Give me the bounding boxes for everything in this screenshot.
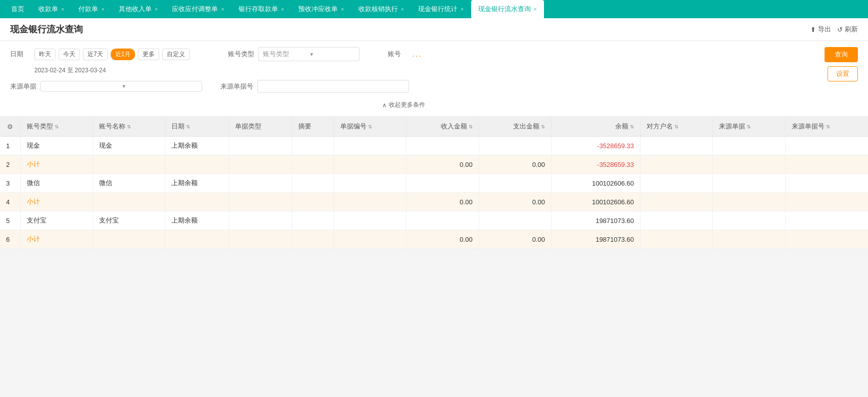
date-custom[interactable]: 自定义: [162, 49, 190, 60]
filter-area: 日期 昨天 今天 近7天 近1月 更多 自定义 账号类型 账号类型: [0, 41, 868, 117]
td-index: 4: [0, 193, 20, 211]
td-source-doc-no: [785, 137, 868, 155]
td-doc-type: [229, 193, 292, 211]
th-gear[interactable]: ⚙: [0, 117, 20, 137]
td-source-doc: [713, 137, 785, 155]
nav-tab-8[interactable]: 现金银行流水查询 ×: [471, 0, 544, 18]
table-container: ⚙ 账号类型 ⇅ 账号名称 ⇅ 日期: [0, 117, 868, 249]
sort-counterparty[interactable]: 对方户名 ⇅: [647, 122, 706, 131]
sort-icon: ⇅: [674, 124, 678, 129]
td-account-type: 小计: [20, 155, 93, 174]
close-icon[interactable]: ×: [155, 6, 158, 12]
nav-tab-3[interactable]: 应收应付调整单 ×: [165, 0, 231, 18]
sort-doc-no[interactable]: 单据编号 ⇅: [340, 122, 400, 131]
nav-tab-5[interactable]: 预收冲应收单 ×: [291, 0, 351, 18]
nav-tab-0[interactable]: 收款单 ×: [31, 0, 71, 18]
gear-icon[interactable]: ⚙: [7, 123, 13, 130]
nav-tab-2[interactable]: 其他收入单 ×: [112, 0, 165, 18]
td-source-doc: [713, 230, 785, 249]
table-row: 4小计0.000.00100102606.60: [0, 193, 868, 211]
td-account-type: 支付宝: [20, 211, 93, 230]
td-account-name: 支付宝: [93, 211, 165, 230]
sort-icon: ⇅: [469, 124, 473, 129]
nav-tab-6[interactable]: 收款核销执行 ×: [351, 0, 411, 18]
sort-account-name[interactable]: 账号名称 ⇅: [99, 122, 159, 131]
nav-home[interactable]: 首页: [4, 5, 31, 14]
chevron-down-icon: ▼: [309, 52, 355, 57]
setting-button[interactable]: 设置: [828, 66, 858, 81]
td-date: [165, 155, 229, 174]
sort-source-doc-no[interactable]: 来源单据号 ⇅: [792, 122, 862, 131]
td-income: 0.00: [406, 193, 479, 211]
sort-expense[interactable]: 支出金额 ⇅: [485, 122, 545, 131]
nav-tab-1[interactable]: 付款单 ×: [71, 0, 111, 18]
td-index: 6: [0, 230, 20, 249]
th-date: 日期 ⇅: [165, 117, 229, 137]
filter-main: 日期 昨天 今天 近7天 近1月 更多 自定义 账号类型 账号类型: [10, 47, 797, 110]
td-expense: [479, 137, 551, 155]
td-expense: [479, 211, 551, 230]
td-counterparty: [641, 211, 713, 230]
td-doc-no: [334, 230, 406, 249]
account-dots[interactable]: ...: [412, 50, 422, 59]
account-type-filter-group: 账号类型 账号类型 ▼: [228, 47, 359, 61]
td-doc-no: [334, 174, 406, 193]
close-icon[interactable]: ×: [221, 6, 224, 12]
account-type-select[interactable]: 账号类型 ▼: [258, 47, 359, 61]
sort-account-type[interactable]: 账号类型 ⇅: [27, 122, 86, 131]
query-button[interactable]: 查询: [825, 47, 858, 62]
td-date: 上期余额: [165, 211, 229, 230]
close-icon[interactable]: ×: [401, 6, 404, 12]
close-icon[interactable]: ×: [61, 6, 64, 12]
td-expense: 0.00: [479, 155, 551, 174]
nav-tab-7[interactable]: 现金银行统计 ×: [411, 0, 471, 18]
td-source-doc-no: [785, 193, 868, 211]
table-row: 6小计0.000.0019871073.60: [0, 230, 868, 249]
td-balance: -3528659.33: [551, 137, 640, 155]
td-account-type: 现金: [20, 137, 93, 155]
sort-date[interactable]: 日期 ⇅: [171, 122, 222, 131]
td-date: 上期余额: [165, 137, 229, 155]
td-source-doc: [713, 193, 785, 211]
date-1month[interactable]: 近1月: [111, 49, 135, 60]
data-table: ⚙ 账号类型 ⇅ 账号名称 ⇅ 日期: [0, 117, 868, 249]
source-doc-filter-group: 来源单据 ▼: [10, 81, 202, 92]
td-doc-no: [334, 155, 406, 174]
filter-wrapper: 日期 昨天 今天 近7天 近1月 更多 自定义 账号类型 账号类型: [10, 47, 858, 110]
close-icon[interactable]: ×: [341, 6, 344, 12]
th-income: 收入金额 ⇅: [406, 117, 479, 137]
sort-income[interactable]: 收入金额 ⇅: [413, 122, 472, 131]
close-icon[interactable]: ×: [461, 6, 464, 12]
td-income: 0.00: [406, 155, 479, 174]
td-index: 3: [0, 174, 20, 193]
sort-source-doc[interactable]: 来源单据 ⇅: [719, 122, 779, 131]
td-account-name: 现金: [93, 137, 165, 155]
export-button[interactable]: ⬆ 导出: [810, 25, 831, 34]
source-doc-select[interactable]: ▼: [40, 81, 202, 92]
date-yesterday[interactable]: 昨天: [34, 49, 56, 60]
nav-tab-4[interactable]: 银行存取款单 ×: [232, 0, 291, 18]
td-balance: 100102606.60: [551, 193, 640, 211]
date-options: 昨天 今天 近7天 近1月 更多 自定义: [34, 49, 190, 60]
account-label: 账号: [388, 50, 408, 59]
td-doc-no: [334, 137, 406, 155]
td-date: [165, 193, 229, 211]
sort-icon: ⇅: [541, 124, 545, 129]
sort-balance[interactable]: 余额 ⇅: [558, 122, 634, 131]
th-account-name: 账号名称 ⇅: [93, 117, 165, 137]
date-today[interactable]: 今天: [59, 49, 80, 60]
close-icon[interactable]: ×: [281, 6, 284, 12]
th-account-type: 账号类型 ⇅: [20, 117, 93, 137]
td-date: [165, 230, 229, 249]
td-doc-type: [229, 230, 292, 249]
refresh-button[interactable]: ↺ 刷新: [837, 25, 858, 34]
collapse-bar[interactable]: ∧ 收起更多条件: [10, 98, 797, 110]
date-range-display: 2023-02-24 至 2023-03-24: [32, 66, 797, 75]
date-7days[interactable]: 近7天: [83, 49, 108, 60]
source-doc-no-input[interactable]: [257, 80, 409, 93]
table-row: 2小计0.000.00-3528659.33: [0, 155, 868, 174]
date-more[interactable]: 更多: [138, 49, 159, 60]
close-icon[interactable]: ×: [101, 6, 104, 12]
td-source-doc-no: [785, 174, 868, 193]
close-icon[interactable]: ×: [534, 6, 537, 12]
